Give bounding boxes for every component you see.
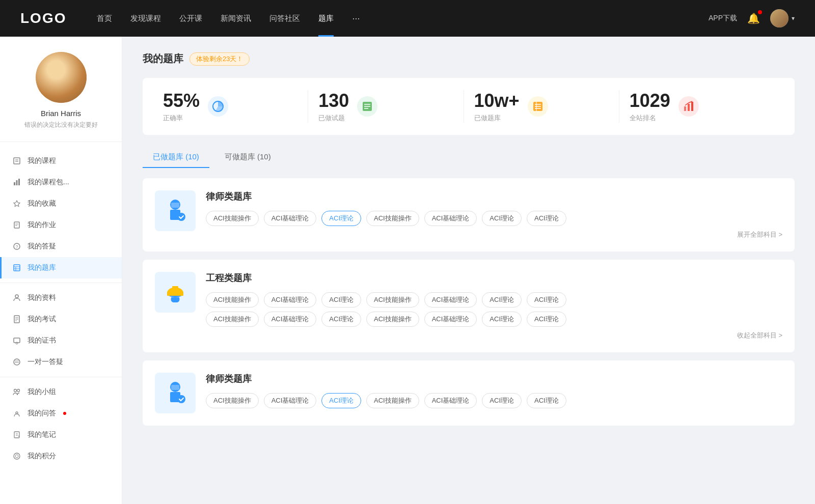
tag-item[interactable]: ACI理论 — [482, 312, 522, 327]
qbank-title-lawyer-2: 律师类题库 — [206, 373, 782, 385]
user-avatar — [770, 9, 789, 27]
sidebar-item-one-on-one[interactable]: 一对一答疑 — [0, 351, 122, 373]
tag-item[interactable]: ACI技能操作 — [206, 292, 259, 307]
qa-notification-dot — [63, 412, 66, 415]
expand-link-lawyer-1[interactable]: 展开全部科目 > — [206, 230, 782, 239]
nav-news[interactable]: 新闻资讯 — [221, 14, 251, 23]
sidebar-item-profile[interactable]: 我的资料 — [0, 287, 122, 309]
sidebar-item-qbank[interactable]: 我的题库 — [0, 257, 122, 278]
one-on-one-icon — [12, 357, 21, 367]
svg-rect-45 — [684, 106, 686, 111]
lawyer-icon — [162, 198, 188, 224]
qbank-icon-lawyer-1 — [155, 190, 196, 231]
tag-item[interactable]: ACI理论 — [527, 312, 566, 327]
svg-rect-54 — [172, 286, 178, 289]
my-courses-icon — [12, 156, 21, 165]
nav-qbank[interactable]: 题库 — [318, 14, 334, 23]
tab-available-banks[interactable]: 可做题库 (10) — [214, 147, 281, 168]
tag-item[interactable]: ACI技能操作 — [366, 312, 419, 327]
nav-open-course[interactable]: 公开课 — [179, 14, 202, 23]
notification-bell-icon[interactable]: 🔔 — [747, 12, 760, 24]
my-qa-icon — [12, 409, 21, 418]
tag-item[interactable]: ACI理论 — [527, 292, 566, 307]
stats-row: 55% 正确率 130 已做试题 — [143, 78, 795, 135]
questions-done-icon — [357, 96, 377, 117]
sidebar-item-label: 我的课程 — [28, 156, 56, 165]
tag-item[interactable]: ACI技能操作 — [206, 393, 259, 408]
tag-item[interactable]: ACI理论 — [482, 211, 522, 226]
engineer-icon — [162, 279, 188, 305]
tag-item[interactable]: ACI基础理论 — [424, 292, 477, 307]
profile-motto: 错误的决定比没有决定要好 — [24, 121, 98, 129]
sidebar-item-my-qa[interactable]: 我的问答 — [0, 403, 122, 424]
nav-home[interactable]: 首页 — [97, 14, 112, 23]
sidebar-item-notes[interactable]: 我的笔记 — [0, 424, 122, 445]
banks-done-icon — [528, 96, 548, 117]
qbank-icon-engineer — [155, 272, 196, 313]
svg-point-34 — [15, 455, 18, 458]
tab-done-banks[interactable]: 已做题库 (10) — [143, 147, 209, 168]
sidebar-item-my-courses[interactable]: 我的课程 — [0, 150, 122, 172]
nav-discover[interactable]: 发现课程 — [130, 14, 161, 23]
svg-rect-0 — [14, 158, 20, 164]
sidebar-item-points[interactable]: 我的积分 — [0, 445, 122, 467]
tag-item[interactable]: ACI理论 — [321, 312, 361, 327]
stat-banks-content: 10w+ 已做题库 — [474, 90, 520, 123]
tag-item[interactable]: ACI理论 — [482, 292, 522, 307]
sidebar-item-homework[interactable]: 我的作业 — [0, 214, 122, 236]
tag-item[interactable]: ACI基础理论 — [264, 393, 317, 408]
chevron-down-icon: ▾ — [792, 15, 795, 22]
questions-icon: ? — [12, 242, 21, 251]
sidebar-item-label: 我的问答 — [28, 409, 56, 418]
sidebar-item-questions[interactable]: ? 我的答疑 — [0, 236, 122, 257]
tag-item[interactable]: ACI技能操作 — [366, 292, 419, 307]
nav-more[interactable]: ··· — [352, 13, 360, 24]
tag-item[interactable]: ACI技能操作 — [366, 211, 419, 226]
tag-item[interactable]: ACI基础理论 — [264, 292, 317, 307]
homework-icon — [12, 220, 21, 230]
app-download-button[interactable]: APP下载 — [709, 14, 737, 23]
tag-item[interactable]: ACI基础理论 — [424, 312, 477, 327]
tag-item[interactable]: ACI理论 — [527, 393, 566, 408]
qbank-info-lawyer-1: 律师类题库 ACI技能操作 ACI基础理论 ACI理论 ACI技能操作 ACI基… — [206, 190, 782, 239]
svg-rect-29 — [14, 432, 19, 438]
stat-banks-number: 10w+ — [474, 90, 520, 111]
tag-item[interactable]: ACI技能操作 — [366, 393, 419, 408]
expand-link-engineer[interactable]: 收起全部科目 > — [206, 331, 782, 340]
stat-accuracy-content: 55% 正确率 — [163, 90, 200, 123]
group-icon — [12, 387, 21, 397]
svg-rect-46 — [688, 104, 690, 111]
stat-rank-label: 全站排名 — [630, 114, 670, 123]
tag-item-active[interactable]: ACI理论 — [321, 211, 361, 226]
tags-row-lawyer-1: ACI技能操作 ACI基础理论 ACI理论 ACI技能操作 ACI基础理论 AC… — [206, 211, 782, 226]
header-right-actions: APP下载 🔔 ▾ — [709, 9, 795, 27]
sidebar-item-label: 我的答疑 — [28, 242, 56, 251]
sidebar-item-group[interactable]: 我的小组 — [0, 381, 122, 403]
trial-badge: 体验剩余23天！ — [189, 52, 250, 66]
qbank-card-lawyer-2: 律师类题库 ACI技能操作 ACI基础理论 ACI理论 ACI技能操作 ACI基… — [143, 360, 795, 426]
profile-name: Brian Harris — [41, 109, 81, 118]
tag-item[interactable]: ACI基础理论 — [424, 211, 477, 226]
nav-qa[interactable]: 问答社区 — [269, 14, 300, 23]
tag-item[interactable]: ACI基础理论 — [424, 393, 477, 408]
tag-item[interactable]: ACI技能操作 — [206, 312, 259, 327]
tag-item[interactable]: ACI基础理论 — [264, 211, 317, 226]
stat-accuracy-number: 55% — [163, 90, 200, 111]
svg-rect-51 — [171, 203, 179, 208]
tag-item[interactable]: ACI理论 — [321, 292, 361, 307]
tag-item-active[interactable]: ACI理论 — [321, 393, 361, 408]
tag-item[interactable]: ACI技能操作 — [206, 211, 259, 226]
tag-item[interactable]: ACI基础理论 — [264, 312, 317, 327]
certificate-icon — [12, 336, 21, 345]
sidebar-item-favorites[interactable]: 我的收藏 — [0, 193, 122, 214]
logo: LOGO — [20, 10, 66, 26]
tag-item[interactable]: ACI理论 — [527, 211, 566, 226]
page-title: 我的题库 — [143, 52, 183, 66]
sidebar-item-certificate[interactable]: 我的证书 — [0, 330, 122, 351]
stat-banks-done: 10w+ 已做题库 — [464, 90, 619, 123]
sidebar-item-course-packages[interactable]: 我的课程包... — [0, 172, 122, 193]
sidebar-item-exam[interactable]: 我的考试 — [0, 309, 122, 330]
qbank-title-engineer: 工程类题库 — [206, 272, 782, 284]
tag-item[interactable]: ACI理论 — [482, 393, 522, 408]
user-avatar-menu[interactable]: ▾ — [770, 9, 795, 27]
